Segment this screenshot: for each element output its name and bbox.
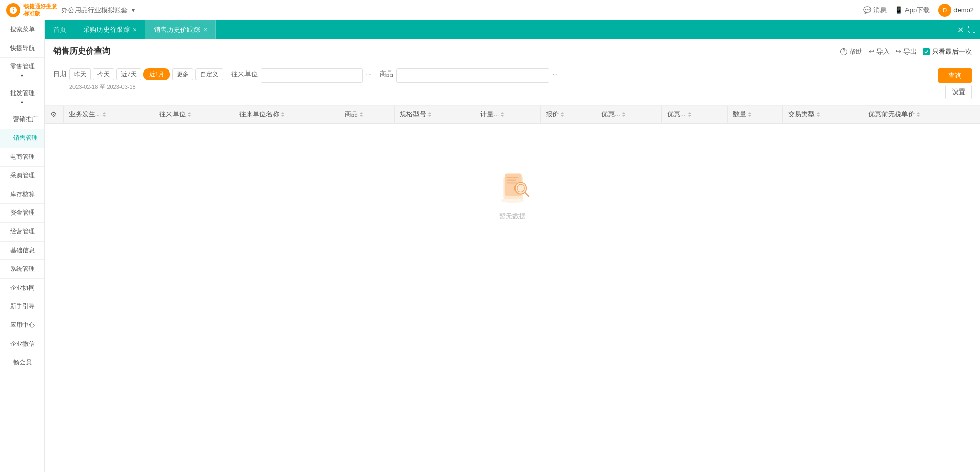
tab-sales-close[interactable]: × <box>203 26 207 33</box>
latest-only-wrapper[interactable]: 只看最后一次 <box>923 47 972 56</box>
member-label: 畅会员 <box>13 359 32 367</box>
product-filter-input[interactable] <box>396 68 549 83</box>
table-wrapper: ⚙ 业务发生... <box>45 106 980 262</box>
col-header-discount1[interactable]: 优惠... <box>596 106 662 124</box>
sales-mgmt-label: 销售管理 <box>13 134 38 143</box>
col-header-unit[interactable]: 计量... <box>475 106 541 124</box>
retail-mgmt-label: 零售管理 <box>10 63 35 71</box>
date-btn-last7days[interactable]: 近7天 <box>116 68 141 80</box>
svg-line-7 <box>525 192 529 196</box>
latest-only-checkbox[interactable] <box>923 48 930 55</box>
data-table: ⚙ 业务发生... <box>45 106 980 124</box>
user-avatar: D <box>938 4 951 17</box>
sidebar: 搜索菜单 快捷导航 零售管理 ▾ 批发管理 ▴ 营销推广 销售管理 电商管理 采… <box>0 20 45 472</box>
sidebar-item-sales-mgmt[interactable]: 销售管理 <box>0 129 44 148</box>
app-download-action[interactable]: 📱 App下载 <box>895 6 930 15</box>
tab-purchase-label: 采购历史价跟踪 <box>83 25 130 34</box>
sort-icon-product <box>359 112 363 117</box>
close-window-icon[interactable]: ✕ <box>957 25 964 35</box>
enterprise-wechat-label: 企业微信 <box>10 340 35 348</box>
retail-expand-icon: ▾ <box>21 72 23 79</box>
ecommerce-mgmt-label: 电商管理 <box>10 153 35 161</box>
import-button[interactable]: ↩ 导入 <box>869 47 890 56</box>
main-layout: 搜索菜单 快捷导航 零售管理 ▾ 批发管理 ▴ 营销推广 销售管理 电商管理 采… <box>0 20 980 472</box>
col-header-product[interactable]: 商品 <box>339 106 395 124</box>
date-btn-more[interactable]: 更多 <box>172 68 193 80</box>
export-icon: ↪ <box>896 48 901 55</box>
sidebar-item-operations-mgmt[interactable]: 经营管理 <box>0 223 44 242</box>
empty-state-icon <box>492 164 533 205</box>
page-wrapper: 销售历史价查询 ? 帮助 ↩ 导入 ↪ 导出 <box>45 39 980 472</box>
basic-info-label: 基础信息 <box>10 247 35 255</box>
sidebar-item-search-menu[interactable]: 搜索菜单 <box>0 20 44 39</box>
col-header-quote-price[interactable]: 报价 <box>541 106 596 124</box>
sidebar-item-wholesale-mgmt[interactable]: 批发管理 ▴ <box>0 84 44 111</box>
sidebar-item-inventory-calc[interactable]: 库存核算 <box>0 185 44 204</box>
title-dropdown[interactable]: ▾ <box>132 7 135 14</box>
maximize-icon[interactable]: ⛶ <box>968 25 976 34</box>
col-header-business-date[interactable]: 业务发生... <box>63 106 154 124</box>
empty-state: 暂无数据 <box>45 124 980 262</box>
filter-actions: 查询 设置 <box>938 68 972 99</box>
page-header-actions: ? 帮助 ↩ 导入 ↪ 导出 <box>840 47 972 56</box>
tab-home[interactable]: 首页 <box>45 20 75 39</box>
date-btn-custom[interactable]: 自定义 <box>195 68 223 80</box>
date-btn-yesterday[interactable]: 昨天 <box>69 68 91 80</box>
col-header-spec[interactable]: 规格型号 <box>395 106 475 124</box>
tab-sales-history[interactable]: 销售历史价跟踪 × <box>145 20 216 39</box>
sidebar-item-member[interactable]: 畅会员 <box>0 353 44 372</box>
tab-purchase-history[interactable]: 采购历史价跟踪 × <box>75 20 145 39</box>
logo-area: 畅捷通好生意标准版 <box>6 3 57 17</box>
date-filter-label: 日期 <box>53 68 66 79</box>
export-button[interactable]: ↪ 导出 <box>896 47 917 56</box>
col-header-trade-type[interactable]: 交易类型 <box>783 106 863 124</box>
sort-icon-partner-name <box>281 112 285 117</box>
sidebar-item-ecommerce-mgmt[interactable]: 电商管理 <box>0 148 44 167</box>
sidebar-item-enterprise-wechat[interactable]: 企业微信 <box>0 335 44 354</box>
enterprise-collab-label: 企业协同 <box>10 284 35 292</box>
sidebar-item-app-center[interactable]: 应用中心 <box>0 316 44 335</box>
col-header-partner-name[interactable]: 往来单位名称 <box>234 106 339 124</box>
partner-filter-dots[interactable]: ... <box>366 68 372 76</box>
page-title: 销售历史价查询 <box>53 46 110 57</box>
sidebar-item-quick-nav[interactable]: 快捷导航 <box>0 39 44 58</box>
sidebar-item-basic-info[interactable]: 基础信息 <box>0 242 44 261</box>
setting-button[interactable]: 设置 <box>945 85 972 99</box>
tabs-bar: 首页 采购历史价跟踪 × 销售历史价跟踪 × ✕ ⛶ <box>45 20 980 39</box>
empty-state-text: 暂无数据 <box>499 211 526 221</box>
partner-filter-label: 往来单位 <box>231 68 258 79</box>
operations-mgmt-label: 经营管理 <box>10 228 35 236</box>
sidebar-item-enterprise-collab[interactable]: 企业协同 <box>0 279 44 298</box>
query-button[interactable]: 查询 <box>938 68 972 83</box>
marketing-promo-label: 营销推广 <box>13 115 38 124</box>
tab-sales-label: 销售历史价跟踪 <box>154 25 200 34</box>
message-action[interactable]: 💬 消息 <box>863 6 887 15</box>
sidebar-item-new-user-guide[interactable]: 新手引导 <box>0 297 44 316</box>
table-settings-button[interactable]: ⚙ <box>50 110 57 119</box>
logo-icon <box>6 3 20 17</box>
wholesale-mgmt-label: 批发管理 <box>10 89 35 98</box>
partner-filter-input[interactable] <box>261 68 363 83</box>
sidebar-item-system-mgmt[interactable]: 系统管理 <box>0 260 44 279</box>
tab-purchase-close[interactable]: × <box>133 26 137 33</box>
col-header-partner-code[interactable]: 往来单位 <box>154 106 234 124</box>
product-filter-dots[interactable]: ... <box>552 68 558 76</box>
col-header-discount2[interactable]: 优惠... <box>662 106 727 124</box>
sidebar-item-purchase-mgmt[interactable]: 采购管理 <box>0 167 44 185</box>
date-buttons: 昨天 今天 近7天 近1月 更多 自定义 <box>69 68 223 80</box>
new-user-guide-label: 新手引导 <box>10 302 35 311</box>
sidebar-item-finance-mgmt[interactable]: 资金管理 <box>0 204 44 223</box>
user-area[interactable]: D demo2 <box>938 4 974 17</box>
col-header-quantity[interactable]: 数量 <box>727 106 783 124</box>
date-btn-today[interactable]: 今天 <box>93 68 114 80</box>
sidebar-item-retail-mgmt[interactable]: 零售管理 ▾ <box>0 58 44 84</box>
sort-icon-discount1 <box>622 112 626 117</box>
quick-nav-label: 快捷导航 <box>10 44 35 53</box>
sort-icon-spec <box>428 112 432 117</box>
tabs-bar-actions: ✕ ⛶ <box>957 25 980 35</box>
col-header-pre-discount-price[interactable]: 优惠前无税单价 <box>863 106 980 124</box>
date-btn-last1month[interactable]: 近1月 <box>143 68 170 80</box>
sidebar-item-marketing-promo[interactable]: 营销推广 <box>0 110 44 129</box>
tab-home-label: 首页 <box>53 25 66 34</box>
help-button[interactable]: ? 帮助 <box>840 47 863 56</box>
